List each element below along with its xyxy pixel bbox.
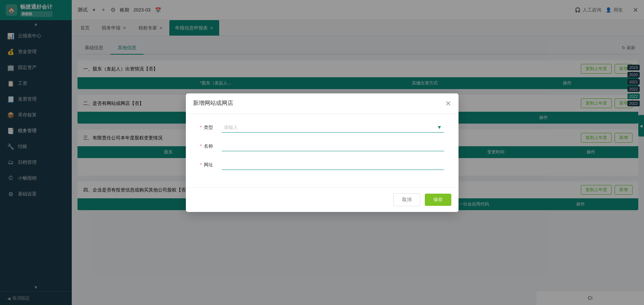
url-input[interactable]	[222, 160, 444, 170]
dialog-footer: 取消 保存	[186, 187, 459, 212]
required-star-name: *	[200, 143, 202, 149]
field-type-label: * 类型	[200, 124, 222, 131]
name-input[interactable]	[222, 141, 444, 151]
type-input[interactable]	[222, 123, 444, 132]
required-star-url: *	[200, 162, 202, 167]
dialog-body: * 类型 ▼ * 名称 *	[186, 114, 459, 187]
required-star-type: *	[200, 125, 202, 130]
dialog-overlay: 新增网站或网店 ✕ * 类型 ▼ * 名称	[0, 0, 644, 305]
field-name-wrap	[222, 141, 444, 151]
dialog-close-button[interactable]: ✕	[445, 99, 451, 108]
form-field-name: * 名称	[200, 141, 444, 151]
field-url-wrap	[222, 160, 444, 170]
form-field-type: * 类型 ▼	[200, 123, 444, 133]
dialog-title: 新增网站或网店	[193, 100, 233, 107]
field-url-label: * 网址	[200, 162, 222, 168]
dialog-header: 新增网站或网店 ✕	[186, 93, 459, 114]
form-field-url: * 网址	[200, 160, 444, 170]
field-type-wrap: ▼	[222, 123, 444, 133]
field-name-label: * 名称	[200, 143, 222, 149]
cancel-button[interactable]: 取消	[393, 193, 420, 206]
save-button[interactable]: 保存	[425, 194, 451, 206]
add-website-dialog: 新增网站或网店 ✕ * 类型 ▼ * 名称	[186, 93, 459, 212]
type-dropdown-icon[interactable]: ▼	[437, 124, 442, 130]
